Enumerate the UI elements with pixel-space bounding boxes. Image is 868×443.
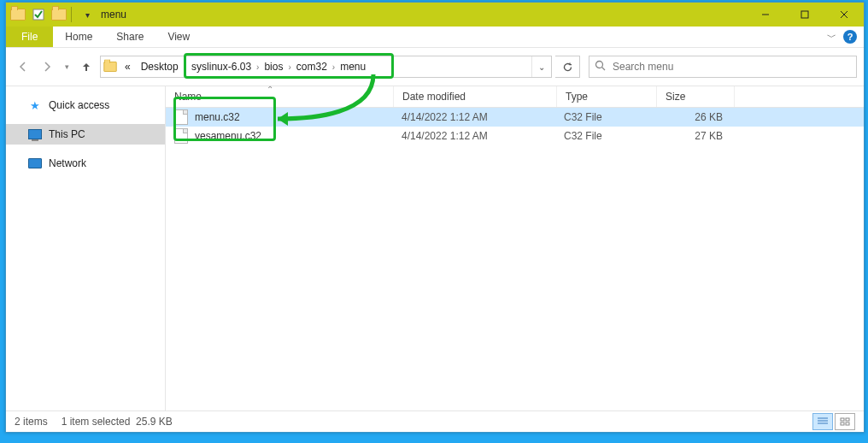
- qat-newfolder-icon[interactable]: [50, 6, 67, 23]
- qat-properties-icon[interactable]: [30, 6, 47, 23]
- file-tab[interactable]: File: [6, 27, 53, 47]
- file-type: C32 File: [555, 111, 654, 123]
- sidebar-item-label: This PC: [49, 128, 85, 140]
- status-bar: 2 items 1 item selected 25.9 KB: [6, 411, 864, 432]
- breadcrumb-com32[interactable]: com32: [291, 56, 332, 77]
- breadcrumb-syslinux-6-03[interactable]: syslinux-6.03: [186, 56, 256, 77]
- file-size: 26 KB: [654, 111, 731, 123]
- svg-rect-2: [801, 11, 808, 18]
- sidebar-item-label: Quick access: [49, 99, 109, 111]
- star-icon: ★: [28, 98, 42, 112]
- tab-view[interactable]: View: [155, 27, 202, 47]
- recent-locations-button[interactable]: ▾: [61, 56, 73, 77]
- file-size: 27 KB: [654, 130, 731, 142]
- folder-icon: [9, 6, 26, 23]
- file-icon: [174, 109, 188, 125]
- titlebar: ▾ menu: [6, 3, 864, 27]
- svg-rect-11: [846, 418, 849, 421]
- file-row[interactable]: vesamenu.c324/14/2022 1:12 AMC32 File27 …: [166, 127, 864, 145]
- sidebar-item-this-pc[interactable]: This PC: [6, 124, 165, 145]
- file-row[interactable]: menu.c324/14/2022 1:12 AMC32 File26 KB: [166, 108, 864, 127]
- details-view-button[interactable]: [812, 413, 833, 430]
- window-title: menu: [101, 9, 126, 21]
- svg-rect-13: [846, 422, 849, 425]
- search-input[interactable]: [611, 60, 851, 74]
- column-name[interactable]: Name: [166, 86, 394, 107]
- up-button[interactable]: [76, 56, 97, 77]
- ribbon-expand-icon[interactable]: ﹀: [827, 31, 836, 44]
- help-icon[interactable]: ?: [843, 30, 857, 44]
- ribbon-tabs: File Home Share View ﹀ ?: [6, 27, 864, 48]
- column-size[interactable]: Size: [657, 86, 735, 107]
- minimize-button[interactable]: [746, 3, 785, 27]
- network-icon: [28, 157, 42, 170]
- maximize-button[interactable]: [785, 3, 824, 27]
- sidebar-item-label: Network: [49, 157, 86, 169]
- svg-rect-12: [841, 422, 844, 425]
- tab-share[interactable]: Share: [104, 27, 155, 47]
- file-name: vesamenu.c32: [195, 130, 261, 142]
- sidebar-item-quick-access[interactable]: ★Quick access: [6, 95, 165, 115]
- titlebar-left: ▾ menu: [6, 3, 126, 27]
- status-item-count: 2 items: [15, 416, 48, 428]
- column-type[interactable]: Type: [557, 86, 657, 107]
- sidebar-item-network[interactable]: Network: [6, 153, 165, 174]
- back-button[interactable]: [13, 56, 33, 77]
- address-folder-icon: [101, 61, 120, 73]
- svg-point-5: [596, 62, 603, 68]
- navigation-bar: ▾ « Desktop›syslinux-6.03›bios›com32›men…: [6, 48, 864, 86]
- file-date: 4/14/2022 1:12 AM: [393, 111, 555, 123]
- column-headers: ⌃ Name Date modified Type Size: [166, 86, 864, 108]
- tab-home[interactable]: Home: [53, 27, 104, 47]
- file-explorer-window: ▾ menu File Home Share View ﹀ ?: [5, 2, 865, 433]
- status-selection: 1 item selected 25.9 KB: [62, 416, 173, 428]
- breadcrumb-overflow[interactable]: «: [120, 56, 136, 77]
- search-box[interactable]: [589, 56, 857, 78]
- breadcrumb-menu[interactable]: menu: [335, 56, 371, 77]
- close-button[interactable]: [824, 3, 864, 27]
- svg-line-6: [602, 68, 606, 71]
- file-type: C32 File: [555, 130, 654, 142]
- qat-separator: [71, 7, 72, 22]
- address-bar[interactable]: « Desktop›syslinux-6.03›bios›com32›menu …: [100, 56, 552, 78]
- large-icons-view-button[interactable]: [835, 413, 855, 430]
- breadcrumb-bios[interactable]: bios: [259, 56, 288, 77]
- search-icon: [595, 60, 606, 74]
- file-icon: [174, 128, 188, 144]
- refresh-button[interactable]: [555, 56, 580, 78]
- breadcrumb-desktop[interactable]: Desktop: [136, 56, 184, 77]
- navigation-pane: ★Quick accessThis PCNetwork: [6, 86, 166, 411]
- svg-rect-10: [841, 418, 844, 421]
- address-dropdown[interactable]: ⌄: [531, 56, 551, 77]
- qat-customize-icon[interactable]: ▾: [79, 6, 96, 23]
- forward-button[interactable]: [37, 56, 57, 77]
- file-name: menu.c32: [195, 111, 240, 123]
- monitor-icon: [28, 127, 42, 141]
- column-date[interactable]: Date modified: [394, 86, 557, 107]
- file-list-pane: ⌃ Name Date modified Type Size menu.c324…: [166, 86, 864, 411]
- sort-indicator-icon: ⌃: [267, 85, 273, 94]
- file-date: 4/14/2022 1:12 AM: [393, 130, 555, 142]
